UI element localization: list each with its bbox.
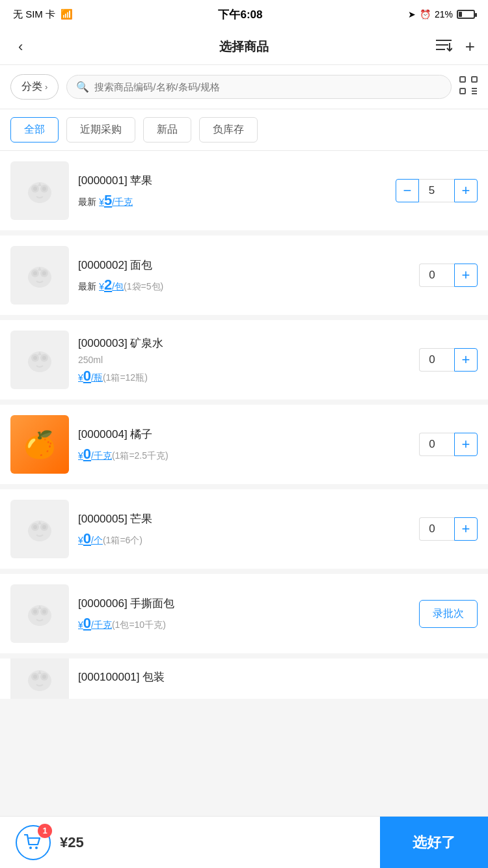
product-image-p1 bbox=[10, 161, 69, 220]
product-image-p2 bbox=[10, 246, 69, 305]
svg-point-46 bbox=[29, 847, 32, 849]
category-chevron-icon: › bbox=[45, 82, 47, 92]
product-price-p5: ¥0/个(1箱=6个) bbox=[78, 530, 410, 547]
qty-plus-p2[interactable]: + bbox=[454, 264, 478, 287]
product-price-p6: ¥0/千克(1包=10千克) bbox=[78, 615, 410, 632]
svg-point-19 bbox=[33, 271, 37, 275]
svg-rect-4 bbox=[460, 77, 465, 82]
bottom-bar: 1 ¥25 选好了 bbox=[0, 816, 488, 868]
tab-bar: 全部 近期采购 新品 负库存 bbox=[0, 109, 488, 151]
cart-icon bbox=[24, 834, 42, 851]
product-price-p4: ¥0/千克(1箱=2.5千克) bbox=[78, 446, 410, 463]
product-image-p4: 🍊 bbox=[10, 415, 69, 474]
tab-recent[interactable]: 近期采购 bbox=[66, 117, 135, 142]
list-item: [000100001] 包装 bbox=[0, 658, 488, 704]
qty-input-p1[interactable] bbox=[419, 179, 454, 202]
svg-point-20 bbox=[42, 271, 46, 275]
status-right: ➤ ⏰ 21% bbox=[408, 9, 475, 20]
product-name-p5: [0000005] 芒果 bbox=[78, 511, 410, 526]
svg-point-47 bbox=[35, 847, 38, 849]
cart-total: ¥25 bbox=[60, 834, 84, 851]
status-left: 无 SIM 卡 📶 bbox=[13, 8, 73, 21]
alarm-icon: ⏰ bbox=[420, 9, 431, 20]
product-price-p2: 最新 ¥2/包(1袋=5包) bbox=[78, 277, 410, 293]
qty-input-p4[interactable] bbox=[419, 433, 454, 456]
product-list: [0000001] 苹果 最新 ¥5/千克 − + bbox=[0, 151, 488, 704]
product-image-p3 bbox=[10, 331, 69, 389]
qty-input-p2[interactable] bbox=[419, 264, 454, 287]
qty-input-p3[interactable] bbox=[419, 348, 454, 372]
product-name-p3: [0000003] 矿泉水 bbox=[78, 336, 410, 351]
battery-text: 21% bbox=[435, 9, 453, 20]
product-name-p4: [0000004] 橘子 bbox=[78, 427, 410, 442]
svg-point-37 bbox=[33, 610, 37, 614]
svg-point-32 bbox=[42, 525, 46, 529]
svg-point-44 bbox=[42, 675, 46, 679]
product-price-p1: 最新 ¥5/千克 bbox=[78, 192, 386, 209]
qty-plus-p4[interactable]: + bbox=[454, 433, 478, 456]
list-item: [0000002] 面包 最新 ¥2/包(1袋=5包) + bbox=[0, 236, 488, 320]
svg-point-14 bbox=[42, 187, 46, 191]
battery-icon bbox=[457, 10, 475, 19]
nav-right-actions: + bbox=[435, 36, 475, 57]
qty-plus-p3[interactable]: + bbox=[454, 348, 478, 372]
list-item: [0000001] 苹果 最新 ¥5/千克 − + bbox=[0, 151, 488, 236]
product-image-p5 bbox=[10, 500, 69, 558]
category-button[interactable]: 分类 › bbox=[10, 74, 59, 100]
list-item: 🍊 [0000004] 橘子 ¥0/千克(1箱=2.5千克) + bbox=[0, 405, 488, 489]
carrier-text: 无 SIM 卡 bbox=[13, 8, 55, 21]
product-info-p2: [0000002] 面包 最新 ¥2/包(1袋=5包) bbox=[78, 258, 410, 293]
product-spec-p3: 250ml bbox=[78, 355, 410, 365]
tab-negative[interactable]: 负库存 bbox=[199, 117, 258, 142]
nav-bar: ‹ 选择商品 + bbox=[0, 29, 488, 65]
qty-plus-p1[interactable]: + bbox=[454, 179, 478, 202]
search-box: 🔍 bbox=[66, 75, 452, 99]
wifi-icon: 📶 bbox=[61, 8, 73, 20]
product-image-p7 bbox=[10, 658, 69, 704]
status-time: 下午6:08 bbox=[218, 7, 262, 22]
search-input[interactable] bbox=[94, 81, 442, 92]
cart-badge: 1 bbox=[38, 824, 52, 838]
qty-control-p5: + bbox=[419, 517, 478, 541]
svg-point-31 bbox=[33, 525, 37, 529]
product-info-p4: [0000004] 橘子 ¥0/千克(1箱=2.5千克) bbox=[78, 427, 410, 463]
qty-plus-p5[interactable]: + bbox=[454, 517, 478, 541]
qty-control-p3: + bbox=[419, 348, 478, 372]
product-name-p2: [0000002] 面包 bbox=[78, 258, 410, 273]
product-info-p5: [0000005] 芒果 ¥0/个(1箱=6个) bbox=[78, 511, 410, 547]
tab-all[interactable]: 全部 bbox=[10, 117, 59, 142]
qty-input-p5[interactable] bbox=[419, 517, 454, 541]
product-name-p7: [000100001] 包装 bbox=[78, 670, 478, 685]
product-name-p1: [0000001] 苹果 bbox=[78, 173, 386, 188]
filter-bar: 分类 › 🔍 bbox=[0, 65, 488, 109]
filter-icon[interactable] bbox=[435, 38, 452, 56]
location-icon: ➤ bbox=[408, 9, 416, 20]
qty-control-p4: + bbox=[419, 433, 478, 456]
search-icon: 🔍 bbox=[76, 81, 89, 93]
product-info-p7: [000100001] 包装 bbox=[78, 670, 478, 688]
product-price-p3: ¥0/瓶(1箱=12瓶) bbox=[78, 368, 410, 385]
tab-new[interactable]: 新品 bbox=[143, 117, 191, 142]
page-title: 选择商品 bbox=[219, 38, 269, 55]
product-info-p1: [0000001] 苹果 最新 ¥5/千克 bbox=[78, 173, 386, 209]
cart-icon-button[interactable]: 1 bbox=[16, 825, 51, 860]
svg-point-13 bbox=[33, 187, 37, 191]
category-label: 分类 bbox=[21, 80, 42, 94]
qty-minus-p1[interactable]: − bbox=[396, 179, 419, 202]
product-name-p6: [0000006] 手撕面包 bbox=[78, 596, 410, 611]
qty-control-p2: + bbox=[419, 264, 478, 287]
list-item: [0000005] 芒果 ¥0/个(1箱=6个) + bbox=[0, 489, 488, 574]
record-batch-button[interactable]: 录批次 bbox=[419, 600, 478, 628]
back-button[interactable]: ‹ bbox=[13, 33, 28, 61]
svg-point-26 bbox=[42, 356, 46, 360]
cart-section: 1 ¥25 bbox=[0, 825, 380, 860]
add-product-button[interactable]: + bbox=[465, 36, 475, 57]
svg-point-38 bbox=[42, 610, 46, 614]
product-image-p6 bbox=[10, 584, 69, 643]
status-bar: 无 SIM 卡 📶 下午6:08 ➤ ⏰ 21% bbox=[0, 0, 488, 29]
svg-point-25 bbox=[33, 356, 37, 360]
confirm-button[interactable]: 选好了 bbox=[380, 817, 488, 869]
svg-point-43 bbox=[33, 675, 37, 679]
svg-rect-5 bbox=[472, 77, 477, 82]
scan-icon[interactable] bbox=[459, 76, 478, 98]
